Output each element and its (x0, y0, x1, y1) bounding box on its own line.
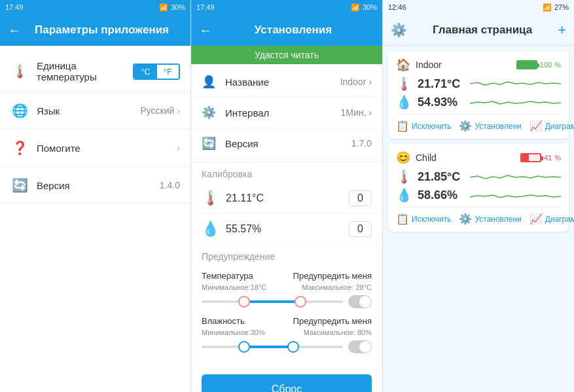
settings-item-version: 🔄 Версия 1.4.0 (0, 167, 190, 204)
calibration-humidity-row: 💧 55.57% 0 (191, 214, 382, 245)
help-icon: ❓ (10, 139, 29, 157)
child-name: Child (416, 152, 520, 163)
page-title-1: Параметры приложения (21, 24, 183, 37)
indoor-temp-icon: 🌡️ (396, 76, 412, 92)
reset-button[interactable]: Сброс (202, 374, 372, 392)
indoor-temp-row: 🌡️ 21.71°C (396, 76, 561, 92)
gear-button[interactable]: ⚙️ (391, 22, 407, 38)
station-panel: 17:49 📶 30% ← Установления Удастся читат… (191, 0, 383, 392)
indoor-battery-pct-sign: % (554, 61, 561, 69)
temp-warning-label: Температура (202, 271, 253, 281)
indoor-humidity-value: 54.93% (418, 96, 470, 109)
indoor-settings-label: Установлени (475, 122, 521, 131)
indoor-chart-btn[interactable]: 📈 Диаграмма (529, 120, 574, 132)
child-temp-icon: 🌡️ (396, 169, 412, 185)
humidity-slider-thumb-left[interactable] (238, 341, 250, 353)
child-humidity-sparkline (470, 188, 561, 202)
humidity-slider-row (202, 340, 372, 353)
calibration-humidity-icon: 💧 (202, 221, 219, 238)
settings-list: 🌡️ Единица температуры °C °F 🌐 Язык Русс… (0, 46, 190, 209)
page-title-3: Главная страница (407, 24, 558, 37)
calibration-temp-adj[interactable]: 0 (349, 190, 372, 206)
settings-item-help[interactable]: ❓ Помогите › (0, 130, 190, 167)
status-right-1: 📶 30% (159, 3, 185, 12)
temp-warning-row: Температура Предупредить меня Минимально… (202, 271, 372, 308)
settings-item-language[interactable]: 🌐 Язык Русский › (0, 92, 190, 130)
name-chevron: › (368, 77, 372, 87)
humidity-alert-toggle[interactable] (348, 340, 372, 353)
status-bar-2: 17:49 📶 30% (191, 0, 382, 14)
status-right-3: 📶 27% (543, 3, 569, 12)
warning-section: Температура Предупредить меня Минимально… (191, 266, 382, 366)
humidity-slider-thumb-right[interactable] (287, 341, 299, 353)
indoor-icon: 🏠 (396, 58, 410, 72)
chart-icon: 📈 (529, 120, 543, 132)
humidity-max-label: Максимальное: 80% (304, 329, 372, 336)
name-icon: 👤 (202, 75, 219, 89)
version-label: Версия (37, 180, 160, 191)
child-chart-btn[interactable]: 📈 Диаграмма (529, 213, 574, 225)
humidity-alert-label: Предупредить меня (293, 316, 372, 326)
settings-panel: 17:49 📶 30% ← Параметры приложения 🌡️ Ед… (0, 0, 191, 392)
calibration-humidity-value: 55.57% (226, 223, 349, 235)
indoor-exclude-btn[interactable]: 📋 Исключить (396, 120, 451, 132)
device-header-child: 😊 Child 41 % (396, 151, 561, 165)
temp-slider-track[interactable] (202, 300, 343, 303)
interval-value: 1Мин. › (340, 107, 372, 118)
celsius-button[interactable]: °C (134, 65, 157, 79)
station-version-icon: 🔄 (202, 136, 219, 151)
child-chart-label: Диаграмма (545, 215, 574, 224)
temp-alert-toggle[interactable] (348, 295, 372, 308)
indoor-battery-indicator (516, 60, 537, 69)
indoor-humidity-icon: 💧 (396, 94, 412, 110)
humidity-warning-label: Влажность (202, 316, 245, 326)
version-value: 1.4.0 (160, 180, 180, 190)
temp-max-label: Максимальное: 28°С (302, 283, 372, 291)
interval-icon: ⚙️ (202, 105, 219, 120)
calibration-title: Калибровка (191, 162, 382, 183)
temp-warning-labels: Температура Предупредить меня (202, 271, 372, 281)
settings-action-icon: ⚙️ (459, 120, 472, 132)
back-button-1[interactable]: ← (8, 23, 21, 38)
station-interval-item[interactable]: ⚙️ Интервал 1Мин. › (191, 98, 382, 128)
indoor-temp-value: 21.71°C (418, 77, 470, 91)
temperature-toggle[interactable]: °C °F (133, 63, 180, 80)
calibration-humidity-adj[interactable]: 0 (349, 221, 372, 237)
language-icon: 🌐 (10, 101, 29, 120)
temperature-icon: 🌡️ (10, 62, 29, 80)
child-battery-pct-sign: % (554, 154, 561, 162)
back-button-2[interactable]: ← (199, 23, 212, 38)
child-icon: 😊 (396, 151, 410, 165)
temp-min-label: Минимальное:18°С (202, 283, 266, 291)
exclude-icon: 📋 (396, 120, 409, 132)
header-3: ⚙️ Главная страница + (383, 14, 574, 46)
child-humidity-row: 💧 58.66% (396, 187, 561, 203)
temp-slider-thumb-left[interactable] (238, 296, 250, 308)
child-humidity-value: 58.66% (418, 188, 470, 202)
fahrenheit-button[interactable]: °F (157, 65, 179, 79)
child-exclude-btn[interactable]: 📋 Исключить (396, 213, 451, 225)
child-battery-indicator (520, 153, 541, 162)
name-value: Indoor › (340, 77, 372, 87)
page-title-2: Установления (212, 24, 374, 37)
humidity-sublabels: Минимальное:30% Максимальное: 80% (202, 329, 372, 336)
help-chevron: › (177, 143, 180, 153)
interval-value-text: 1Мин. (340, 107, 366, 118)
device-header-indoor: 🏠 Indoor 100 % (396, 58, 561, 72)
signal-icon-1: 📶 (159, 3, 168, 12)
battery-2: 30% (363, 3, 377, 11)
humidity-min-label: Минимальное:30% (202, 329, 265, 336)
temp-slider-thumb-right[interactable] (295, 296, 306, 308)
indoor-settings-btn[interactable]: ⚙️ Установлени (459, 120, 521, 132)
add-button[interactable]: + (558, 22, 566, 39)
indoor-chart-label: Диаграмма (545, 122, 574, 131)
interval-chevron: › (368, 107, 372, 118)
main-panel: 12:46 📶 27% ⚙️ Главная страница + 🏠 Indo… (383, 0, 574, 392)
settings-item-temperature: 🌡️ Единица температуры °C °F (0, 51, 190, 92)
child-settings-btn[interactable]: ⚙️ Установлени (459, 213, 521, 225)
humidity-slider-track[interactable] (202, 346, 343, 348)
station-name-item[interactable]: 👤 Название Indoor › (191, 67, 382, 98)
indoor-name: Indoor (416, 60, 516, 70)
indoor-humidity-row: 💧 54.93% (396, 94, 561, 110)
battery-3: 27% (554, 3, 569, 11)
